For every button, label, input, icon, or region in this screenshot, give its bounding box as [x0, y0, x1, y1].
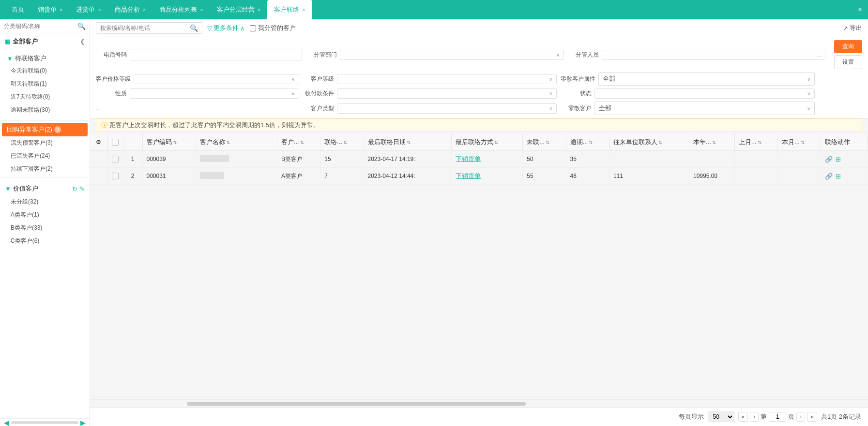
th-checkbox[interactable] [107, 134, 123, 151]
horizontal-scrollbar[interactable] [90, 399, 868, 407]
my-customer-filter[interactable]: 我分管的客户 [250, 24, 296, 32]
sidebar-item-repurchase-anomaly[interactable]: 回购异常客户(2) ? [2, 123, 88, 136]
th-contact[interactable]: 联络...⇅ [320, 134, 364, 151]
table-container[interactable]: ⚙ 客户编码⇅ 客户名称⇅ 客户...⇅ 联络...⇅ 最后联络日期⇅ 最后联络… [90, 134, 868, 399]
th-last-method[interactable]: 最后联络方式⇅ [452, 134, 523, 151]
sort-icon-last-date[interactable]: ⇅ [407, 140, 411, 145]
value-customers-header[interactable]: ▼ 价值客户 ↻ ✎ [0, 182, 90, 195]
sort-icon-last-method[interactable]: ⇅ [494, 140, 498, 145]
action-link-icon-1[interactable]: 🔗 [825, 156, 833, 163]
filter-retail-customer-select[interactable]: 全部 ∨ [594, 102, 815, 115]
th-overdue[interactable]: 逾期...⇅ [566, 134, 609, 151]
th-name[interactable]: 客户名称⇅ [196, 134, 277, 151]
action-grid-icon-2[interactable]: ⊞ [836, 173, 841, 180]
row2-check[interactable] [107, 168, 123, 185]
th-code[interactable]: 客户编码⇅ [142, 134, 196, 151]
collapse-sidebar-icon[interactable]: ❮ [80, 38, 85, 45]
row2-code[interactable]: 000031 [142, 168, 196, 185]
th-this-year[interactable]: 本年...⇅ [689, 134, 734, 151]
action-grid-icon-1[interactable]: ⊞ [836, 156, 841, 163]
sort-icon-overdue[interactable]: ⇅ [589, 140, 593, 145]
filter-phone-input[interactable] [130, 49, 302, 60]
sort-icon-name[interactable]: ⇅ [226, 140, 230, 145]
row2-last-method[interactable]: 下销货单 [452, 168, 523, 185]
filter-manager-select[interactable]: ... [602, 50, 826, 60]
sort-icon-this-month[interactable]: ⇅ [801, 140, 805, 145]
tab-home[interactable]: 首页 [5, 0, 31, 19]
search-box[interactable]: 🔍 [96, 22, 202, 34]
export-btn[interactable]: ↗ 导出 [843, 24, 862, 32]
sidebar-search-area[interactable]: 🔍 [0, 19, 90, 33]
close-all-tabs[interactable]: × [858, 5, 862, 14]
th-settings[interactable]: ⚙ [90, 134, 107, 151]
tab-product-analysis-list[interactable]: 商品分析列表 × [152, 0, 210, 19]
sidebar-item-b-class[interactable]: B类客户(33) [0, 221, 90, 235]
close-tab-customer-tiering[interactable]: × [258, 7, 260, 13]
filter-more-text[interactable]: ... [96, 105, 101, 112]
sidebar-scroll-right[interactable]: ▶ [80, 419, 86, 426]
filter-price-level-select[interactable]: ∨ [134, 74, 299, 84]
search-input[interactable] [100, 25, 190, 31]
th-last-date[interactable]: 最后联络日期⇅ [364, 134, 452, 151]
sort-icon-this-year[interactable]: ⇅ [712, 140, 716, 145]
filter-dept-select[interactable]: ∨ [340, 50, 564, 60]
th-level[interactable]: 客户...⇅ [277, 134, 320, 151]
filter-customer-type-select[interactable]: ∨ [337, 103, 557, 114]
row1-last-method[interactable]: 下销货单 [452, 151, 523, 168]
sidebar-item-declining[interactable]: 持续下滑客户(2) [0, 162, 90, 176]
row2-name[interactable] [196, 168, 277, 185]
close-tab-customer-contact[interactable]: × [302, 7, 305, 13]
tab-customer-tiering[interactable]: 客户分层经营 × [210, 0, 267, 19]
th-contacts[interactable]: 往来单位联系人⇅ [609, 134, 689, 151]
sidebar-item-churn-warning[interactable]: 流失预警客户(3) [0, 136, 90, 149]
sidebar-item-overdue[interactable]: 逾期未联络(30) [0, 103, 90, 117]
sort-icon-last-month[interactable]: ⇅ [758, 140, 761, 145]
sort-icon-contact[interactable]: ⇅ [343, 140, 347, 145]
last-page-btn[interactable]: » [807, 412, 817, 422]
sidebar-item-churned[interactable]: 已流失客户(24) [0, 149, 90, 162]
filter-status-select[interactable]: ∨ [594, 88, 815, 99]
row1-check[interactable] [107, 151, 123, 168]
close-tab-product-analysis-list[interactable]: × [200, 7, 203, 13]
th-last-month[interactable]: 上月...⇅ [734, 134, 777, 151]
scrollbar-thumb[interactable] [187, 402, 526, 406]
sidebar-item-unclassified[interactable]: 未分组(32) [0, 195, 90, 208]
row1-code[interactable]: 000039 [142, 151, 196, 168]
tab-sales[interactable]: 销货单 × [31, 0, 69, 19]
sidebar-search-icon[interactable]: 🔍 [77, 22, 86, 30]
search-icon[interactable]: 🔍 [190, 24, 198, 32]
sidebar-item-tomorrow[interactable]: 明天待联络(1) [0, 77, 90, 90]
row1-name[interactable] [196, 151, 277, 168]
refresh-icon[interactable]: ↻ [72, 185, 77, 192]
close-tab-sales[interactable]: × [60, 7, 62, 13]
sort-icon-contacts[interactable]: ⇅ [658, 140, 662, 145]
sidebar-item-7days[interactable]: 近7天待联络(0) [0, 90, 90, 103]
filter-nature-select[interactable]: ∨ [130, 88, 299, 99]
sidebar-search-input[interactable] [4, 23, 77, 29]
tab-purchase[interactable]: 进货单 × [69, 0, 107, 19]
help-icon[interactable]: ? [54, 126, 61, 133]
sidebar-scroll-left[interactable]: ◀ [4, 419, 9, 426]
filter-payment-select[interactable]: ∨ [337, 88, 557, 99]
my-customer-checkbox[interactable] [250, 25, 256, 31]
pending-group-title[interactable]: ▼ 待联络客户 [0, 52, 90, 64]
tab-product-analysis[interactable]: 商品分析 × [108, 0, 152, 19]
sidebar-item-today[interactable]: 今天待联络(0) [0, 64, 90, 77]
action-link-icon-2[interactable]: 🔗 [825, 173, 833, 180]
query-button[interactable]: 查询 [834, 40, 862, 53]
settings-button[interactable]: 设置 [834, 55, 862, 69]
sort-icon-code[interactable]: ⇅ [173, 140, 177, 145]
per-page-select[interactable]: 50 20 100 [708, 411, 734, 422]
filter-retail-attr-select[interactable]: 全部 ∨ [598, 72, 815, 86]
th-unread[interactable]: 未联...⇅ [523, 134, 566, 151]
close-tab-purchase[interactable]: × [98, 7, 101, 13]
th-this-month[interactable]: 本月...⇅ [778, 134, 821, 151]
sidebar-item-a-class[interactable]: A类客户(1) [0, 208, 90, 221]
close-tab-product-analysis[interactable]: × [143, 7, 146, 13]
sort-icon-unread[interactable]: ⇅ [546, 140, 549, 145]
sidebar-item-c-class[interactable]: C类客户(6) [0, 235, 90, 248]
page-input[interactable] [769, 412, 786, 422]
filter-customer-level-select[interactable]: ∨ [337, 74, 557, 84]
first-page-btn[interactable]: « [738, 412, 748, 422]
all-customers-header[interactable]: ▦ 全部客户 ❮ [0, 33, 90, 50]
